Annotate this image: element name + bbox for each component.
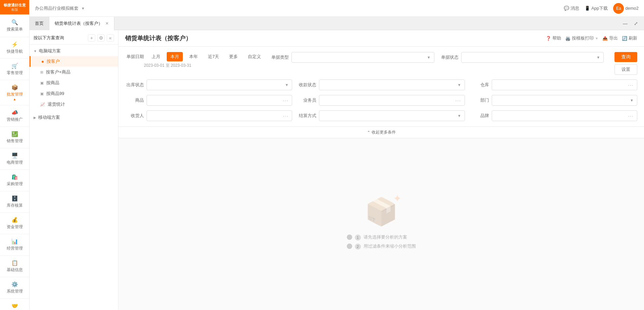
tab-sales-stat[interactable]: 销货单统计表（按客户） ✕ [49,17,114,30]
empty-hints: 1 请先选择要分析的方案 2 用过滤条件来缩小分析范围 [347,234,416,252]
search-icon: 🔍 [11,19,18,25]
salesperson-label: 业务员 [298,97,316,103]
sidebar-item-ecommerce[interactable]: 🖥️ 电商管理 [0,148,29,170]
doc-status-input[interactable]: ▼ [461,52,604,63]
tab-window-actions: — ⤢ [621,19,644,28]
payment-status-input[interactable]: ▼ [319,80,465,90]
doc-status-chevron-icon: ▼ [596,55,600,59]
download-icon: 📱 [585,6,590,11]
product-label: 商品 [125,97,144,103]
settlement-input[interactable]: ▼ [319,110,465,121]
user-profile-button[interactable]: Ea demo2 [613,3,639,14]
date-btn-last-7-days[interactable]: 近7天 [204,52,223,61]
date-btn-this-month[interactable]: 本月 [167,52,183,61]
date-btn-more[interactable]: 更多 [225,52,241,61]
date-filter-group: 单据日期 上月 本月 本年 近7天 更多 自定义 2023-03-01 至 20… [125,52,265,68]
help-button[interactable]: ❓ 帮助 [546,35,561,41]
refresh-button[interactable]: 🔄 刷新 [622,35,637,41]
out-status-chevron-icon: ▼ [285,83,288,87]
out-status-input[interactable]: ▼ [147,80,292,90]
sales-icon: 💹 [11,131,18,137]
doc-status-filter: 单据状态 ▼ [440,52,604,63]
left-schema-panel: 按以下方案查询 + ⚙ « ▼ 电脑端方案 [30,30,118,310]
sidebar-item-procurement[interactable]: 🛍️ 采购管理 [0,170,29,191]
inventory-icon: 🗄️ [11,195,18,202]
collapse-panel-button[interactable]: « [107,34,114,42]
tab-home[interactable]: 首页 [30,17,49,30]
department-input[interactable]: ▼ [492,95,637,106]
doc-type-label: 单据类型 [270,54,289,60]
tab-close-button[interactable]: ✕ [105,21,109,26]
header-right-actions: 💬 消息 📱 App下载 Ea demo2 [564,3,639,14]
double-arrow-icon: « [109,35,112,41]
payment-status-label: 收款状态 [298,82,316,88]
return-schema-icon: 📈 [40,102,45,107]
logo: 畅捷通好生意 标版 [0,0,29,14]
date-filter-options: 上月 本月 本年 近7天 更多 自定义 [148,52,265,61]
export-icon: 📤 [602,36,608,41]
settings-button[interactable]: 设置 [614,64,637,75]
sidebar: 畅捷通好生意 标版 🔍 搜索菜单 ⚡ 快捷导航 🛒 零售管理 📦 批发管理 ▲ … [0,0,30,310]
settings-schema-button[interactable]: ⚙ [97,34,105,42]
product-input[interactable]: ··· [147,95,292,106]
desktop-schema-group-header[interactable]: ▼ 电脑端方案 [30,46,118,56]
tab-bar: 首页 销货单统计表（按客户） ✕ — ⤢ [30,17,644,30]
export-button[interactable]: 📤 导出 [602,35,618,41]
sidebar-item-cooperation[interactable]: 🤝 企业协同 [0,299,29,310]
date-btn-custom[interactable]: 自定义 [244,52,265,61]
wholesale-icon: 📦 [11,84,18,91]
sidebar-quick-nav[interactable]: ⚡ 快捷导航 [0,37,29,59]
date-btn-last-month[interactable]: 上月 [148,52,164,61]
schema-item-return-stat[interactable]: 📈 退货统计 [30,99,118,110]
collapse-filter-button[interactable]: ⌃ 收起更多条件 [118,127,644,138]
refresh-icon: 🔄 [622,36,627,41]
sidebar-item-basic[interactable]: 📋 基础信息 [0,256,29,277]
app-download-button[interactable]: 📱 App下载 [585,5,608,11]
receiver-input[interactable]: ··· [147,110,292,121]
brand-more-icon: ··· [628,113,634,118]
print-icon: 🖨️ [565,36,571,41]
logo-text: 畅捷通好生意 标版 [4,3,26,12]
receiver-filter: 收货人 ··· [125,110,292,121]
department-label: 部门 [470,97,489,103]
query-action-buttons: 查询 设置 [614,52,637,75]
sidebar-item-wholesale[interactable]: 📦 批发管理 ▲ [0,80,29,105]
left-panel-header: 按以下方案查询 + ⚙ « [30,30,118,45]
sidebar-item-marketing[interactable]: 📣 营销推广 [0,105,29,127]
sidebar-item-retail[interactable]: 🛒 零售管理 [0,59,29,80]
doc-type-input[interactable]: ▼ [291,52,434,63]
settlement-chevron-icon: ▼ [458,114,461,118]
schema-item-by-product[interactable]: ▣ 按商品 [30,78,118,88]
brand-input[interactable]: ··· [492,110,637,121]
mobile-schema-group-header[interactable]: ▶ 移动端方案 [30,112,118,122]
warehouse-label: 仓库 [470,82,489,88]
sidebar-item-system[interactable]: ⚙️ 系统管理 [0,277,29,299]
sidebar-item-operations[interactable]: 📊 经营管理 [0,234,29,256]
desktop-schema-group: ▼ 电脑端方案 ● 按客户 ⊞ 按客户+商品 ▣ 按商品 ▣ 按商品99 [30,45,118,111]
warehouse-input[interactable]: ··· [492,80,637,90]
breadcrumb-arrow-icon: ▼ [81,6,85,10]
main-area: 办公用品行业模拟账套 ▼ 💬 消息 📱 App下载 Ea demo2 首页 [30,0,644,310]
add-schema-button[interactable]: + [88,34,95,42]
schema-item-by-customer[interactable]: ● 按客户 [30,56,118,67]
gear-icon: ⚙ [99,35,103,41]
template-print-button[interactable]: 🖨️ 按模板打印 ▼ [565,35,598,41]
salesperson-filter: 业务员 ··· [298,95,465,106]
date-btn-this-year[interactable]: 本年 [185,52,202,61]
procurement-icon: 🛍️ [11,174,18,180]
date-range-display: 2023-03-01 至 2023-03-31 [125,63,265,68]
salesperson-input[interactable]: ··· [319,95,465,106]
window-minimize-button[interactable]: — [621,19,629,28]
collapse-icon: ▶ [34,116,36,119]
schema-item-by-customer-product[interactable]: ⊞ 按客户+商品 [30,67,118,78]
hint-item-2: 2 用过滤条件来缩小分析范围 [347,243,416,250]
sidebar-item-sales[interactable]: 💹 销售管理 [0,127,29,148]
schema-item-by-product-99[interactable]: ▣ 按商品99 [30,88,118,99]
sidebar-item-inventory[interactable]: 🗄️ 库存核算 [0,191,29,213]
sidebar-search-menu[interactable]: 🔍 搜索菜单 [0,14,29,37]
sidebar-item-finance[interactable]: 💰 资金管理 [0,213,29,234]
brand-filter: 品牌 ··· [470,110,637,121]
message-button[interactable]: 💬 消息 [564,5,579,11]
window-maximize-button[interactable]: ⤢ [632,19,640,28]
query-button[interactable]: 查询 [614,52,637,62]
